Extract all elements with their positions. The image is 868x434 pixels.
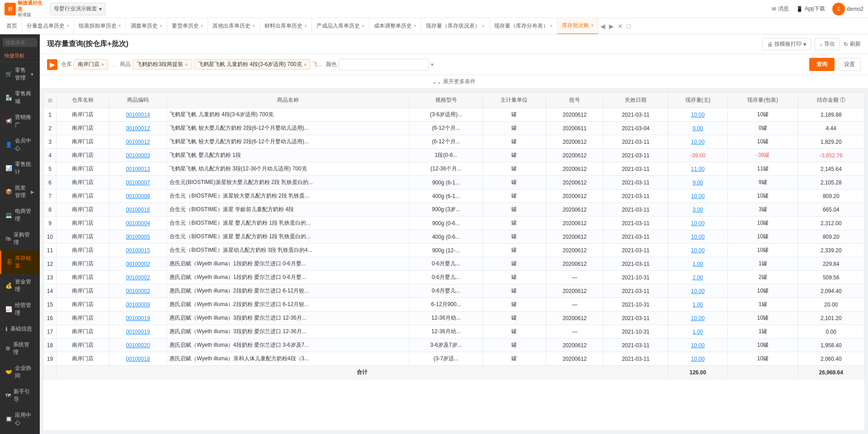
tab-close-all-btn[interactable]: ✕: [616, 18, 625, 34]
sidebar-item-stats[interactable]: 📊 零售统计: [0, 156, 40, 180]
table-row: 5 南岸门店 00100013 飞鹤星飞帆 幼儿配方奶粉 3段(12-36个月幼…: [44, 162, 864, 176]
product-tag-2[interactable]: 飞鹤星飞帆 儿童奶粉 4段(3-6岁适用) 700克 ×: [194, 59, 311, 70]
cell-code: 00100004: [109, 217, 166, 230]
sidebar-item-retail[interactable]: 🛒 零售管理 ▼: [0, 62, 40, 86]
tab-menu-btn[interactable]: □: [625, 18, 632, 34]
cell-amount: 2,060.40: [798, 352, 864, 366]
sidebar-item-corp[interactable]: 🤝 企业协同: [0, 360, 40, 384]
sidebar-item-operation[interactable]: 📈 经营管理: [0, 297, 40, 321]
cell-name: 合生元（BIOSTIME）派星 婴儿配方奶粉 1段 乳铁蛋白的...: [167, 230, 410, 244]
tab-other-out[interactable]: 其他出库单历史 ×: [208, 18, 260, 34]
filter-expand-button[interactable]: ▶: [47, 59, 57, 70]
remove-product-icon[interactable]: ×: [185, 62, 188, 67]
remove-warehouse-icon[interactable]: ×: [101, 62, 104, 67]
sidebar-item-marketing[interactable]: 📢 营销推广: [0, 109, 40, 133]
cell-name: 飞鹤星飞帆 较大婴儿配方奶粉 2段(6-12个月婴幼儿适用)...: [167, 135, 410, 149]
sidebar-item-finance[interactable]: 💰 资金管理: [0, 274, 40, 297]
tab-batch-verify[interactable]: 库存批次账 ×: [557, 18, 599, 34]
close-icon[interactable]: ×: [201, 24, 203, 28]
query-button[interactable]: 查询: [809, 58, 835, 71]
sidebar-item-ecom[interactable]: 💻 电商管理: [0, 203, 40, 227]
cell-spec: 0-6月婴儿...: [410, 271, 483, 284]
cell-spec: (12-36个月...: [410, 162, 483, 176]
cell-stock-main: 2.00: [668, 271, 727, 284]
cell-batch: 20200612: [546, 176, 603, 189]
user-profile[interactable]: E demo2: [832, 3, 863, 15]
col-settings-icon[interactable]: ⊞: [48, 97, 52, 104]
dropdown-chevron-icon: ▾: [99, 6, 102, 12]
close-icon[interactable]: ×: [550, 24, 553, 28]
tab-disassemble[interactable]: 组装拆卸单历史 ×: [74, 18, 126, 34]
tab-split-inventory[interactable]: 分量盘点单历史 ×: [22, 18, 74, 34]
cell-unit: 罐: [482, 162, 546, 176]
sidebar-item-system[interactable]: ⚙ 系统管理: [0, 337, 40, 360]
refresh-button[interactable]: ↻ 刷新: [844, 40, 861, 48]
export-button[interactable]: ↓ 导出: [815, 38, 840, 50]
close-icon[interactable]: ×: [414, 24, 416, 28]
sidebar-item-inventory[interactable]: 🗄 库存核算: [0, 250, 40, 274]
expand-more-button[interactable]: ⌄⌄ 展开更多条件: [432, 78, 476, 85]
cell-amount: 2,145.64: [798, 162, 864, 176]
cell-spec: 400g (6-1...: [410, 189, 483, 203]
quick-nav-label[interactable]: 快捷导航: [0, 51, 40, 62]
tab-stock-dist[interactable]: 现存量（库存分布表） ×: [490, 18, 558, 34]
tab-purchase[interactable]: 要货单历史 ×: [167, 18, 208, 34]
close-icon[interactable]: ×: [362, 24, 364, 28]
warehouse-tag[interactable]: 南岸门店 ×: [74, 59, 108, 70]
cell-code: 00100003: [109, 149, 166, 162]
sidebar-item-basic[interactable]: ℹ 基础信息: [0, 321, 40, 337]
close-icon[interactable]: ×: [304, 24, 307, 28]
close-icon[interactable]: ×: [160, 24, 162, 28]
tab-label: 现存量（库存状况表）: [426, 22, 480, 30]
sidebar-item-app-center[interactable]: 🔲 应用中心: [0, 407, 40, 431]
product-more[interactable]: 飞...: [312, 61, 322, 68]
cell-unit: 罐: [482, 230, 546, 244]
main-layout: 快捷导航 🛒 零售管理 ▼ 🏪 零售商城 📢 营销推广: [0, 34, 868, 434]
cell-stock-pkg: 1罐: [728, 298, 798, 311]
print-button[interactable]: 🖨 按模板打印 ▾: [762, 38, 811, 50]
tab-stock-status[interactable]: 现存量（库存状况表） ×: [421, 18, 490, 34]
app-name: 畅捷通好生意: [18, 0, 44, 12]
sidebar-item-purchase[interactable]: 🛍 采购管理: [0, 227, 40, 250]
product-tag-1[interactable]: 飞鹤奶粉3段两提装 ×: [132, 59, 192, 70]
sidebar-item-retail-shop[interactable]: 🏪 零售商城: [0, 86, 40, 109]
close-icon[interactable]: ×: [252, 24, 255, 28]
tab-cost-adjust[interactable]: 成本调整单历史 ×: [369, 18, 421, 34]
top-right-actions: ✉ 消息 📱 App下载 E demo2: [772, 3, 863, 15]
cell-code: 00100019: [109, 311, 166, 325]
message-btn[interactable]: ✉ 消息: [772, 5, 789, 13]
tab-label: 现存量（库存分布表）: [494, 22, 548, 30]
store-selector[interactable]: 母婴行业演示账套 ▾: [50, 3, 106, 15]
tab-mix[interactable]: 调拨单历史 ×: [126, 18, 167, 34]
search-input[interactable]: [3, 38, 37, 47]
app-download-btn[interactable]: 📱 App下载: [796, 5, 825, 13]
close-icon[interactable]: ×: [118, 24, 121, 28]
cell-no: 17: [44, 325, 57, 339]
cell-stock-main: -39.00: [668, 149, 727, 162]
tab-home[interactable]: 首页: [2, 18, 22, 34]
cell-code: 00100008: [109, 189, 166, 203]
cell-unit: 罐: [482, 339, 546, 352]
close-icon[interactable]: ×: [591, 23, 594, 28]
product-tag-value: 飞鹤奶粉3段两提装: [137, 61, 183, 68]
cell-name: 合生元（BIOSTIME）派星幼儿配方奶粉 3段 乳铁蛋白的4...: [167, 244, 410, 257]
tab-next-btn[interactable]: ▶: [607, 18, 616, 34]
cell-name: 飞鹤星飞帆 较大婴儿配方奶粉 2段(6-12个月婴幼儿适用)...: [167, 122, 410, 135]
cell-no: 15: [44, 298, 57, 311]
cell-no: 1: [44, 108, 57, 122]
tab-material-out[interactable]: 材料出库单历史 ×: [260, 18, 312, 34]
sidebar-item-wholesale[interactable]: 📦 批发管理 ▶: [0, 180, 40, 203]
tab-product-in[interactable]: 产成品入库单历史 ×: [312, 18, 369, 34]
item-left: 👤 会员中心: [5, 137, 34, 152]
sidebar-item-corp-wechat[interactable]: 💬 企业微信: [0, 431, 40, 434]
settings-button[interactable]: 设置: [838, 58, 861, 71]
sidebar-item-guide[interactable]: 🗺 新手引导: [0, 384, 40, 407]
sidebar-item-member[interactable]: 👤 会员中心: [0, 133, 40, 156]
close-icon[interactable]: ×: [66, 24, 69, 28]
close-icon[interactable]: ×: [482, 24, 485, 28]
remove-product-icon[interactable]: ×: [304, 62, 307, 67]
color-input[interactable]: [339, 59, 429, 71]
tab-prev-btn[interactable]: ◀: [599, 18, 607, 34]
cell-no: 4: [44, 149, 57, 162]
data-table: ⊞ 仓库名称 商品编码 商品名称 规格型号 主计量单位 批号 失效日期 现存量(…: [43, 92, 864, 379]
